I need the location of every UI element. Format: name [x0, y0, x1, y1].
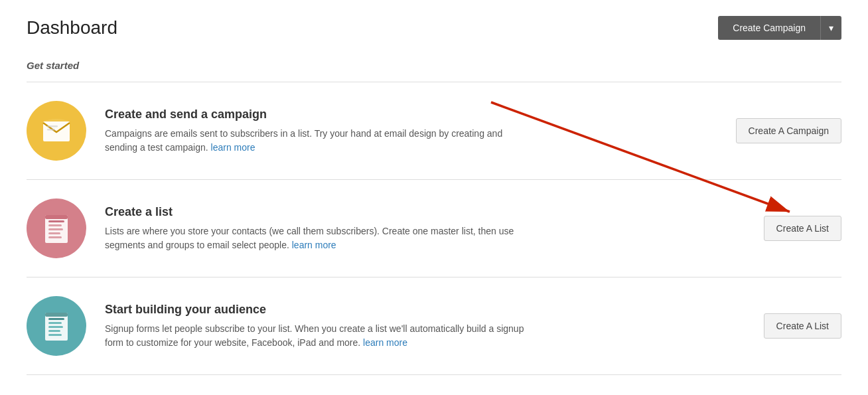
task-icon-campaign	[27, 101, 86, 161]
header-actions: Create Campaign ▾	[718, 16, 841, 40]
form-document-icon	[39, 309, 74, 343]
task-description-campaign: Campaigns are emails sent to subscribers…	[105, 127, 530, 155]
task-description-list: Lists are where you store your contacts …	[105, 224, 530, 252]
create-list-audience-button[interactable]: Create A List	[764, 313, 841, 339]
create-list-action-button[interactable]: Create A List	[764, 216, 841, 241]
svg-rect-11	[48, 318, 64, 320]
svg-rect-4	[48, 220, 64, 222]
svg-rect-7	[48, 232, 60, 234]
task-icon-list	[27, 198, 86, 258]
task-title-campaign: Create and send a campaign	[105, 108, 736, 121]
task-description-audience: Signup forms let people subscribe to you…	[105, 322, 530, 350]
task-content-audience: Start building your audience Signup form…	[105, 303, 764, 350]
page-title: Dashboard	[27, 17, 117, 39]
svg-rect-12	[48, 322, 62, 324]
task-row-campaign: Create and send a campaign Campaigns are…	[27, 82, 841, 180]
create-campaign-action-button[interactable]: Create A Campaign	[736, 118, 841, 143]
svg-rect-14	[48, 330, 60, 332]
task-content-campaign: Create and send a campaign Campaigns are…	[105, 108, 736, 155]
get-started-label: Get started	[27, 60, 841, 71]
task-content-list: Create a list Lists are where you store …	[105, 205, 764, 252]
svg-rect-8	[48, 236, 62, 238]
learn-more-list-link[interactable]: learn more	[292, 240, 336, 250]
chevron-down-icon: ▾	[829, 23, 833, 33]
task-action-audience: Create A List	[764, 313, 841, 339]
svg-rect-16	[45, 313, 68, 317]
list-document-icon	[39, 211, 74, 246]
task-title-list: Create a list	[105, 205, 764, 219]
svg-rect-2	[47, 129, 55, 131]
create-campaign-button[interactable]: Create Campaign	[718, 16, 820, 40]
svg-rect-9	[45, 215, 68, 219]
svg-rect-1	[47, 125, 58, 127]
tasks-wrapper: Create and send a campaign Campaigns are…	[27, 82, 841, 375]
svg-rect-15	[48, 334, 62, 336]
task-icon-audience	[27, 296, 86, 356]
task-action-list: Create A List	[764, 216, 841, 241]
page-container: Dashboard Create Campaign ▾ Get started	[0, 0, 868, 391]
svg-rect-6	[48, 228, 63, 230]
task-title-audience: Start building your audience	[105, 303, 764, 317]
create-campaign-dropdown-button[interactable]: ▾	[820, 16, 841, 40]
svg-rect-5	[48, 224, 62, 226]
task-row-audience: Start building your audience Signup form…	[27, 277, 841, 375]
page-header: Dashboard Create Campaign ▾	[27, 16, 841, 40]
task-action-campaign: Create A Campaign	[736, 118, 841, 143]
svg-rect-13	[48, 326, 63, 328]
learn-more-campaign-link[interactable]: learn more	[211, 142, 255, 153]
task-row-list: Create a list Lists are where you store …	[27, 180, 841, 277]
envelope-icon	[39, 114, 74, 148]
learn-more-audience-link[interactable]: learn more	[363, 337, 407, 348]
